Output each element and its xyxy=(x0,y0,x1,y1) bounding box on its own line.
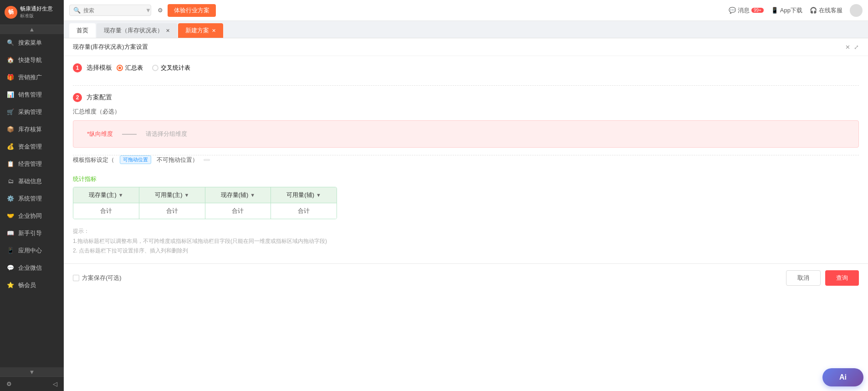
non-draggable-badge xyxy=(204,159,210,161)
col-2-header[interactable]: 可用量(主) ▼ xyxy=(139,187,205,203)
sidebar-item-quick-nav[interactable]: 🏠 快捷导航 xyxy=(0,51,64,69)
col-2-arrow[interactable]: ▼ xyxy=(184,192,189,198)
cell-3: 合计 xyxy=(205,203,271,219)
settings-icon[interactable]: ⚙ xyxy=(6,381,12,387)
template-options: 汇总表 交叉统计表 xyxy=(117,64,190,72)
sidebar-label-search: 搜索菜单 xyxy=(18,39,42,47)
mobile-icon: 📱 xyxy=(771,7,778,14)
sidebar-item-basic-info[interactable]: 🗂 基础信息 xyxy=(0,173,64,190)
home-icon: 🏠 xyxy=(6,56,15,64)
tip-1: 1.拖动标题栏可以调整布局，不可跨维度或指标区域拖动栏目字段(只能在同一维度或指… xyxy=(73,237,859,247)
sidebar-item-sales[interactable]: 📊 销售管理 xyxy=(0,86,64,103)
sidebar-label-finance: 资金管理 xyxy=(18,143,42,151)
dropdown-icon[interactable]: ▼ xyxy=(145,7,151,14)
tips-title: 提示： xyxy=(73,228,89,234)
radio-summary-label: 汇总表 xyxy=(125,64,143,72)
sidebar-item-system[interactable]: ⚙️ 系统管理 xyxy=(0,190,64,207)
dimension-box[interactable]: *纵向维度 —— 请选择分组维度 xyxy=(73,120,859,148)
app-name: 畅康通好生意 xyxy=(20,5,53,13)
sidebar-label-basic-info: 基础信息 xyxy=(18,177,42,185)
sidebar-scroll-down[interactable]: ▼ xyxy=(0,367,64,376)
radio-cross[interactable]: 交叉统计表 xyxy=(152,64,190,72)
box-icon: 📦 xyxy=(6,125,15,134)
col-4-arrow[interactable]: ▼ xyxy=(316,192,321,198)
sidebar-item-enterprise[interactable]: 🤝 企业协同 xyxy=(0,207,64,225)
sidebar-label-guide: 新手引导 xyxy=(18,229,42,237)
search-icon: 🔍 xyxy=(73,7,81,14)
sidebar-item-enterprise-wechat[interactable]: 💬 企业微信 xyxy=(0,259,64,277)
sidebar-label-enterprise: 企业协同 xyxy=(18,212,42,220)
sidebar-item-app-center[interactable]: 📱 应用中心 xyxy=(0,242,64,259)
save-label: 方案保存(可选) xyxy=(82,274,122,282)
col-1-label: 现存量(主) xyxy=(89,191,117,199)
sidebar-label-operations: 经营管理 xyxy=(18,160,42,168)
tab-bar: 首页 现存量（库存状况表） ✕ 新建方案 ✕ xyxy=(64,21,868,38)
close-icon[interactable]: ✕ xyxy=(845,44,850,51)
col-4-header[interactable]: 可用量(辅) ▼ xyxy=(271,187,337,203)
phone-icon: 📱 xyxy=(6,247,15,255)
user-avatar[interactable] xyxy=(850,4,863,17)
cell-4: 合计 xyxy=(271,203,337,219)
col-3-arrow[interactable]: ▼ xyxy=(250,192,255,198)
audio-icon[interactable]: ◁ xyxy=(53,381,57,387)
panel-icons: ✕ ⤢ xyxy=(845,44,859,51)
sidebar-item-operations[interactable]: 📋 经营管理 xyxy=(0,155,64,173)
app-download-action[interactable]: 📱 App下载 xyxy=(771,6,802,15)
col-1-arrow[interactable]: ▼ xyxy=(118,192,123,198)
sidebar-item-finance[interactable]: 💰 资金管理 xyxy=(0,138,64,155)
radio-cross-label: 交叉统计表 xyxy=(161,64,190,72)
app-download-label: App下载 xyxy=(780,6,802,15)
tab-home[interactable]: 首页 xyxy=(69,23,96,38)
dimension-label: 汇总维度（必选） xyxy=(73,108,859,116)
sidebar-scroll-up[interactable]: ▲ xyxy=(0,25,64,34)
query-button[interactable]: 查询 xyxy=(825,270,859,286)
gear-icon[interactable]: ⚙ xyxy=(158,7,163,14)
top-bar-actions: 💬 消息 99+ 📱 App下载 🎧 在线客服 xyxy=(729,4,863,17)
sidebar-item-inventory[interactable]: 📦 库存核算 xyxy=(0,121,64,138)
save-checkbox[interactable] xyxy=(73,275,79,281)
top-bar: 🔍 ▼ ⚙ 体验行业方案 💬 消息 99+ 📱 App下载 🎧 在线客服 xyxy=(64,0,868,21)
tab-inventory-close[interactable]: ✕ xyxy=(166,28,170,34)
tab-new-plan-label: 新建方案 xyxy=(185,26,209,35)
star-icon: ⭐ xyxy=(6,281,15,289)
headset-icon: 🎧 xyxy=(810,7,817,14)
cancel-button[interactable]: 取消 xyxy=(786,270,821,286)
trial-button[interactable]: 体验行业方案 xyxy=(168,4,216,17)
tab-new-plan[interactable]: 新建方案 ✕ xyxy=(178,23,223,38)
wechat-icon: 💬 xyxy=(6,264,15,272)
folder-icon: 🗂 xyxy=(6,177,15,185)
sidebar-item-membership[interactable]: ⭐ 畅会员 xyxy=(0,277,64,294)
ai-float-button[interactable]: Ai xyxy=(822,368,863,386)
step2-title: 方案配置 xyxy=(87,93,112,102)
sidebar-label-sales: 销售管理 xyxy=(18,91,42,99)
draggable-badge: 可拖动位置 xyxy=(120,155,151,164)
tab-new-plan-close[interactable]: ✕ xyxy=(212,28,216,34)
sidebar-label-inventory: 库存核算 xyxy=(18,125,42,134)
col-3-header[interactable]: 现存量(辅) ▼ xyxy=(205,187,271,203)
customer-service-action[interactable]: 🎧 在线客服 xyxy=(810,6,842,15)
sidebar-item-marketing[interactable]: 🎁 营销推广 xyxy=(0,69,64,86)
col-3-label: 现存量(辅) xyxy=(221,191,249,199)
sidebar-item-guide[interactable]: 📖 新手引导 xyxy=(0,225,64,242)
stats-label: 统计指标 xyxy=(73,175,859,183)
tab-inventory-label: 现存量（库存状况表） xyxy=(104,26,163,35)
sidebar: 畅 畅康通好生意 标准版 ▲ 🔍 搜索菜单 🏠 快捷导航 🎁 营销推广 📊 销售… xyxy=(0,0,64,391)
sidebar-label-system: 系统管理 xyxy=(18,195,42,203)
col-1-header[interactable]: 现存量(主) ▼ xyxy=(73,187,139,203)
search-input[interactable] xyxy=(83,7,143,14)
tab-inventory-status[interactable]: 现存量（库存状况表） ✕ xyxy=(97,23,177,38)
search-box[interactable]: 🔍 ▼ xyxy=(69,5,151,16)
clipboard-icon: 📋 xyxy=(6,160,15,168)
ai-label: Ai xyxy=(839,373,847,381)
expand-icon[interactable]: ⤢ xyxy=(854,44,859,51)
sidebar-item-search[interactable]: 🔍 搜索菜单 xyxy=(0,34,64,51)
app-logo: 畅 畅康通好生意 标准版 xyxy=(0,0,64,25)
save-option: 方案保存(可选) xyxy=(73,274,122,282)
message-action[interactable]: 💬 消息 99+ xyxy=(729,6,764,15)
message-label: 消息 xyxy=(738,6,750,15)
radio-summary[interactable]: 汇总表 xyxy=(117,64,143,72)
col-2-label: 可用量(主) xyxy=(155,191,183,199)
sidebar-item-purchase[interactable]: 🛒 采购管理 xyxy=(0,103,64,121)
radio-summary-dot xyxy=(117,65,123,71)
dimension-arrow: —— xyxy=(122,130,137,138)
